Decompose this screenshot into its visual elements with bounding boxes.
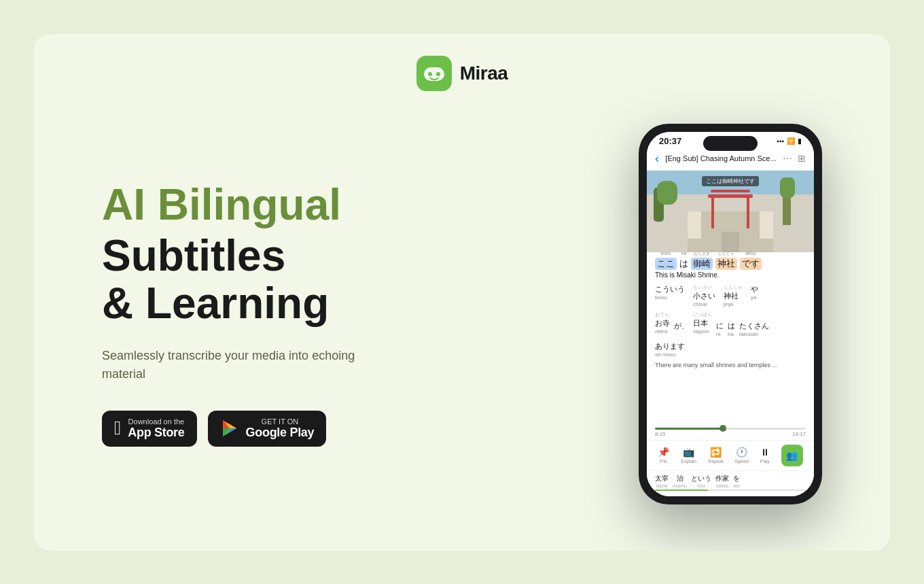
settings-icon[interactable]: ⊞: [798, 153, 806, 164]
vocab-jinja: じんじゃ 神社 jinja: [724, 284, 743, 307]
repeat-control[interactable]: 🔁 Repeat: [708, 447, 724, 464]
vocab-ruby-nippon: にっぽん: [693, 311, 712, 318]
apple-icon: : [114, 419, 121, 438]
vocab-jp-ga: が、: [674, 321, 689, 331]
vocab-romaji-ni: ni: [716, 331, 720, 337]
speed-icon: 🕐: [736, 447, 747, 458]
jp-subtitle-main: koko ここ ha は おんざき 御崎: [655, 258, 806, 270]
svg-marker-7: [230, 428, 236, 432]
ruby-jinja: じんじゃ: [718, 252, 734, 257]
controls-bar: 📌 Pin 📺 Explain 🔁 Repeat 🕐: [647, 440, 814, 470]
svg-rect-19: [688, 211, 701, 239]
explain-control[interactable]: 📺 Explain: [681, 447, 696, 464]
svg-rect-15: [711, 194, 714, 228]
app-name: Miraa: [460, 63, 508, 84]
community-button[interactable]: 👥: [781, 445, 803, 466]
vocab-otera: おてら お寺 otera: [655, 311, 670, 337]
header: Miraa: [34, 34, 890, 105]
progress-bar[interactable]: [655, 428, 806, 430]
ruby-desu: desu: [745, 252, 756, 256]
vocab-nippon: にっぽん 日本 nippon: [693, 311, 712, 337]
google-play-button[interactable]: GET IT ON Google Play: [208, 411, 327, 447]
pin-label: Pin: [660, 459, 667, 464]
svg-rect-21: [722, 232, 739, 252]
vocab-jp-otera: お寺: [655, 318, 670, 328]
bottom-word-osamu: 治 osamu: [673, 474, 687, 488]
app-store-button[interactable]:  Download on the App Store: [102, 411, 197, 447]
nav-bar: ‹ [Eng Sub] Chasing Autumn Sce... ⋯ ⊞: [647, 149, 814, 171]
vocab-row-1: こういう kouu ちいさい 小さい chisai じんじゃ 神社: [655, 284, 806, 307]
vocab-romaji-arimasu: ari masu: [655, 351, 676, 358]
wifi-icon: ▪▪▪: [777, 137, 784, 145]
bottom-progress-bar: [655, 489, 806, 491]
app-store-text: Download on the App Store: [128, 417, 184, 440]
bottom-word-sakka: 作家 sakka: [715, 474, 729, 488]
page-wrapper: Miraa AI Bilingual Subtitles & Learning …: [34, 34, 890, 551]
google-play-text: GET IT ON Google Play: [246, 417, 315, 440]
headline-green: AI Bilingual: [102, 181, 455, 228]
wifi-signal-icon: 🛜: [787, 137, 795, 145]
hero-subtitle: Seamlessly transcribe your media into ec…: [102, 347, 374, 383]
speed-label: Speed: [735, 459, 749, 464]
phone-frame: 20:37 ▪▪▪ 🛜 ▮ ‹ [Eng Sub] Chasing Autumn…: [639, 124, 822, 504]
svg-rect-16: [747, 194, 749, 228]
explain-label: Explain: [681, 459, 696, 464]
dynamic-island: [703, 136, 758, 151]
logo-icon: [416, 56, 452, 91]
bottom-progress-fill: [655, 489, 708, 491]
svg-rect-20: [760, 211, 773, 239]
back-button[interactable]: ‹: [655, 152, 659, 166]
vocab-romaji-kouiu: kouu: [655, 294, 667, 300]
bottom-jp-words: 太宰 dazai 治 osamu という toiu: [655, 474, 806, 488]
svg-rect-12: [657, 181, 677, 205]
progress-section: 8:15 19:17: [647, 425, 814, 440]
jp-word-ha: ha は: [679, 258, 688, 270]
battery-icon: ▮: [798, 137, 802, 145]
play-control[interactable]: ⏸ Play: [760, 447, 770, 464]
ruby-koko: koko: [661, 252, 671, 256]
vocab-jp-arimasu: あります: [655, 341, 685, 351]
vocab-chiisai: ちいさい 小さい chisai: [693, 284, 715, 307]
headline-black-1: Subtitles: [102, 232, 455, 279]
status-time: 20:37: [659, 136, 681, 146]
speed-control[interactable]: 🕐 Speed: [735, 447, 749, 464]
vocab-arimasu: あります ari masu: [655, 341, 685, 358]
status-icons: ▪▪▪ 🛜 ▮: [777, 137, 802, 145]
right-side: 20:37 ▪▪▪ 🛜 ▮ ‹ [Eng Sub] Chasing Autumn…: [639, 124, 822, 504]
vocab-romaji-ya: ya: [751, 294, 756, 300]
vocab-ruby-chiisai: ちいさい: [693, 284, 712, 291]
menu-icon[interactable]: ⋯: [783, 153, 792, 164]
vocab-row-3: あります ari masu: [655, 341, 806, 358]
vocab-romaji-ha2: ha: [728, 331, 734, 337]
app-store-top-label: Download on the: [128, 417, 184, 426]
explain-icon: 📺: [683, 447, 694, 458]
vocab-ni: に ni: [716, 311, 724, 337]
svg-rect-17: [708, 194, 753, 198]
svg-rect-18: [711, 190, 750, 192]
vocab-romaji-nippon: nippon: [693, 328, 709, 334]
svg-point-1: [428, 72, 432, 76]
bottom-word-dazai: 太宰 dazai: [655, 474, 669, 488]
vocab-jp-takusan: たくさん: [739, 321, 769, 331]
svg-point-2: [436, 72, 440, 76]
main-content: AI Bilingual Subtitles & Learning Seamle…: [34, 105, 890, 551]
repeat-label: Repeat: [708, 459, 724, 464]
google-play-bottom-label: Google Play: [246, 426, 315, 440]
vocab-ruby-otera: おてら: [655, 311, 669, 318]
vocab-jp-chiisai: 小さい: [693, 291, 715, 301]
pin-control[interactable]: 📌 Pin: [658, 447, 669, 464]
video-title: [Eng Sub] Chasing Autumn Sce...: [664, 154, 777, 162]
jp-word-onzaki: おんざき 御崎: [691, 258, 713, 270]
svg-marker-6: [230, 424, 236, 428]
en-translation-2: There are many small shrines and temples…: [655, 362, 806, 368]
bottom-word-wo: を wo: [733, 474, 740, 488]
vocab-takusan: たくさん takusan: [739, 311, 769, 337]
repeat-icon: 🔁: [710, 447, 722, 458]
video-area: ここは御崎神社です: [647, 171, 814, 252]
bottom-subtitle: 太宰 dazai 治 osamu という toiu: [647, 470, 814, 496]
bottom-word-toiu: という toiu: [691, 474, 711, 488]
google-play-icon: [220, 419, 239, 438]
app-store-bottom-label: App Store: [128, 426, 184, 440]
store-buttons:  Download on the App Store: [102, 411, 455, 447]
vocab-jp-nippon: 日本: [693, 318, 708, 328]
